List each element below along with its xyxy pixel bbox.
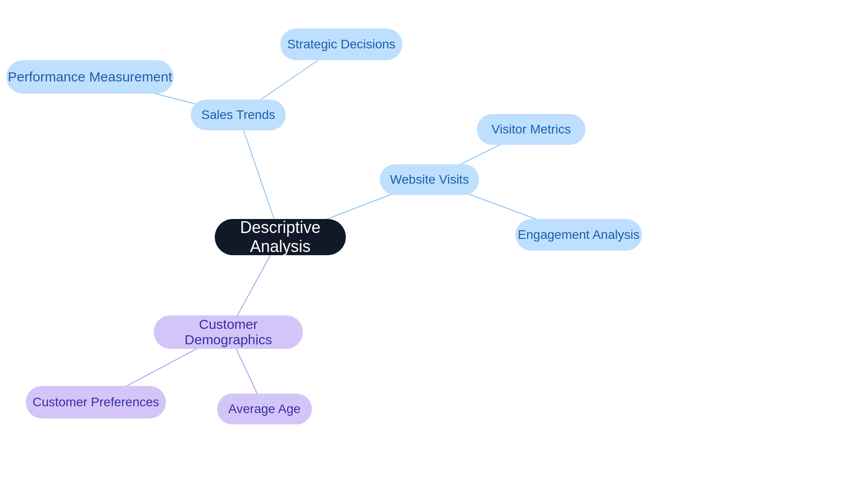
performance-measurement-node[interactable]: Performance Measurement (6, 60, 174, 94)
website-visits-node[interactable]: Website Visits (380, 164, 479, 195)
central-node[interactable]: Descriptive Analysis (215, 219, 346, 255)
sales-trends-node[interactable]: Sales Trends (191, 100, 286, 130)
customer-demographics-node[interactable]: Customer Demographics (154, 315, 303, 349)
website-visits-label: Website Visits (390, 172, 469, 187)
average-age-label: Average Age (228, 402, 301, 416)
customer-preferences-node[interactable]: Customer Preferences (26, 386, 166, 419)
central-node-label: Descriptive Analysis (215, 218, 346, 256)
strategic-decisions-label: Strategic Decisions (287, 37, 396, 52)
performance-measurement-label: Performance Measurement (8, 69, 172, 85)
visitor-metrics-label: Visitor Metrics (491, 122, 571, 137)
engagement-analysis-label: Engagement Analysis (518, 228, 639, 242)
visitor-metrics-node[interactable]: Visitor Metrics (477, 114, 585, 145)
strategic-decisions-node[interactable]: Strategic Decisions (280, 29, 402, 60)
customer-preferences-label: Customer Preferences (33, 395, 159, 409)
sales-trends-label: Sales Trends (201, 108, 275, 122)
average-age-node[interactable]: Average Age (217, 394, 312, 424)
customer-demographics-label: Customer Demographics (154, 317, 303, 347)
engagement-analysis-node[interactable]: Engagement Analysis (515, 219, 642, 251)
